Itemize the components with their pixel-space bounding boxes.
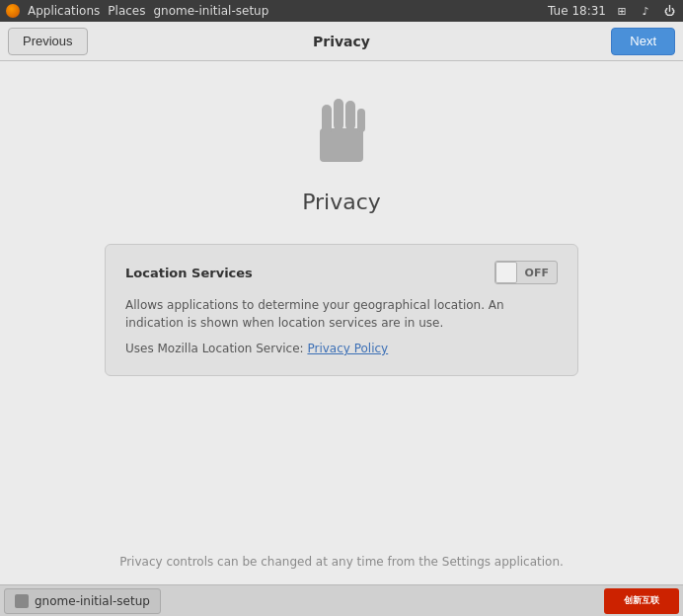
toggle-knob <box>495 262 517 283</box>
app-menu-icon[interactable] <box>6 4 20 18</box>
window-title: Privacy <box>313 34 370 49</box>
taskbar-right: 创新互联 <box>600 588 679 614</box>
page-title: Privacy <box>302 190 381 214</box>
mozilla-link-row: Uses Mozilla Location Service: Privacy P… <box>125 342 558 355</box>
system-bar: Applications Places gnome-initial-setup … <box>0 0 683 22</box>
location-services-description: Allows applications to determine your ge… <box>125 296 558 332</box>
system-bar-right: Tue 18:31 ⊞ ♪ ⏻ <box>548 3 677 19</box>
main-content: Privacy Location Services OFF Allows app… <box>0 61 683 584</box>
power-icon[interactable]: ⏻ <box>661 3 677 19</box>
network-icon[interactable]: ⊞ <box>614 3 630 19</box>
taskbar-item-setup[interactable]: gnome-initial-setup <box>4 588 161 614</box>
volume-icon[interactable]: ♪ <box>638 3 653 19</box>
location-services-toggle[interactable]: OFF <box>494 261 558 284</box>
location-services-row: Location Services OFF <box>125 261 558 284</box>
link-prefix: Uses Mozilla Location Service: <box>125 342 307 355</box>
svg-rect-1 <box>322 105 332 134</box>
taskbar-item-label: gnome-initial-setup <box>35 594 150 608</box>
privacy-policy-link[interactable]: Privacy Policy <box>307 342 388 355</box>
toggle-off-label: OFF <box>517 267 557 279</box>
location-services-label: Location Services <box>125 266 253 280</box>
taskbar: gnome-initial-setup 创新互联 <box>0 584 683 616</box>
applications-menu[interactable]: Applications <box>28 4 100 18</box>
svg-rect-2 <box>334 99 343 130</box>
taskbar-item-icon <box>15 594 29 608</box>
svg-rect-4 <box>357 109 365 132</box>
previous-button[interactable]: Previous <box>8 28 88 55</box>
footer-text: Privacy controls can be changed at any t… <box>119 555 564 584</box>
next-button[interactable]: Next <box>611 28 675 55</box>
window-header: Previous Privacy Next <box>0 22 683 61</box>
time-display: Tue 18:31 <box>548 4 606 18</box>
watermark-badge: 创新互联 <box>604 588 679 614</box>
system-bar-left: Applications Places gnome-initial-setup <box>6 4 268 18</box>
svg-rect-3 <box>345 101 355 130</box>
places-menu[interactable]: Places <box>108 4 145 18</box>
settings-panel: Location Services OFF Allows application… <box>105 244 578 376</box>
wm-label: gnome-initial-setup <box>153 4 268 18</box>
privacy-hand-icon <box>302 91 381 170</box>
